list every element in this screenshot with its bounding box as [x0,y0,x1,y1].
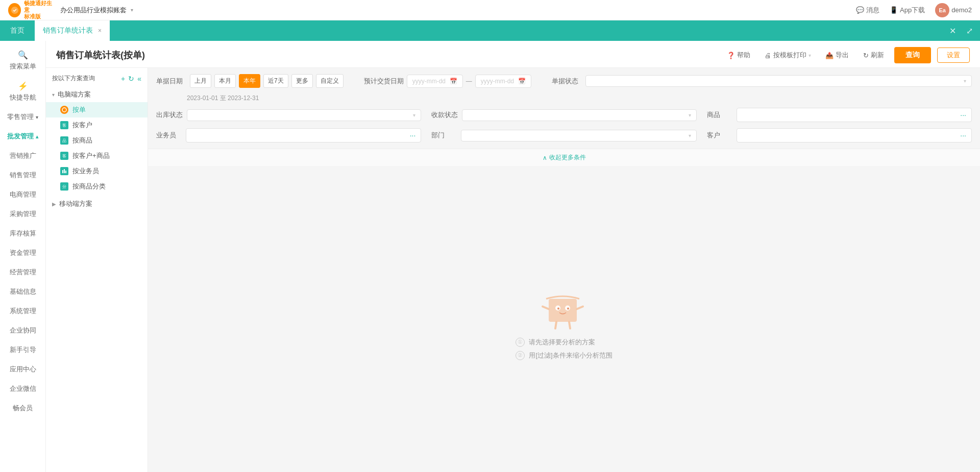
workspace-name: 办公用品行业模拟账套 [60,6,127,15]
message-action[interactable]: 💬 消息 [856,6,879,15]
scheme-add-button[interactable]: + [121,75,125,83]
window-close-icon[interactable]: ✕ [946,25,959,37]
scheme-item-by-category[interactable]: 分 按商品分类 [46,179,148,194]
scheme-item-by-cust-goods[interactable]: 客 按客户+商品 [46,148,148,163]
salesperson-more-dots[interactable]: ··· [410,131,416,139]
date-btn-custom[interactable]: 自定义 [316,74,344,88]
goods-input[interactable]: ··· [737,108,972,122]
department-select[interactable]: ▾ [461,130,696,141]
ship-status-cell: 出库状态 ▾ [156,108,421,122]
chevron-down-icon: ▾ [36,114,38,120]
scheme-item-by-salesperson[interactable]: 按业务员 [46,163,148,179]
sidebar-item-corp[interactable]: 企业协同 [0,321,45,340]
payment-status-select[interactable]: ▾ [462,109,696,121]
date-btn-last-month[interactable]: 上月 [190,74,211,88]
print-icon: 🖨 [765,52,771,59]
tab-bar: 首页 销售订单统计表 × ✕ ⤢ [0,20,980,41]
hint-2-num: ② [516,351,525,360]
order-status-select[interactable]: ▾ [585,75,972,87]
query-button[interactable]: 查询 [894,47,931,63]
message-icon: 💬 [856,6,864,14]
sidebar-item-basic[interactable]: 基础信息 [0,282,45,301]
sidebar: 🔍 搜索菜单 ⚡ 快捷导航 零售管理 ▾ 批发管理 ▴ 营销推广 销售管理 电商… [0,41,46,472]
filter-row-1: 单据日期 上月 本月 本年 近7天 更多 自定义 预计交货日期 [156,74,972,88]
ship-status-label: 出库状态 [156,110,183,120]
settings-button[interactable]: 设置 [937,48,970,63]
sidebar-item-appstore[interactable]: 应用中心 [0,360,45,379]
predicted-date-to[interactable]: yyyy-mm-dd 📅 [475,75,531,88]
sidebar-item-member[interactable]: 畅会员 [0,398,45,418]
sidebar-item-inventory[interactable]: 库存核算 [0,224,45,243]
sidebar-item-newbie[interactable]: 新手引导 [0,340,45,360]
print-button[interactable]: 🖨 按模板打印 ▾ [761,49,815,62]
sidebar-item-wechat[interactable]: 企业微信 [0,379,45,398]
salesperson-input[interactable]: ··· [186,128,421,143]
top-bar: 畅捷通好生意 标准版 办公用品行业模拟账套 ▾ 💬 消息 📱 App下载 Ea … [0,0,980,20]
refresh-button[interactable]: ↻ 刷新 [859,49,888,62]
sidebar-item-quick-nav[interactable]: ⚡ 快捷导航 [0,76,45,107]
sidebar-item-purchase[interactable]: 采购管理 [0,204,45,224]
section-expand-icon: ▾ [52,92,55,98]
scheme-item-by-customer[interactable]: 客 按客户 [46,117,148,133]
payment-status-label: 收款状态 [431,110,458,120]
workspace-chevron-icon[interactable]: ▾ [131,7,133,13]
svg-rect-4 [549,299,577,322]
pc-scheme-header[interactable]: ▾ 电脑端方案 [46,87,148,102]
scheme-item-icon-goods: 品 [60,136,68,145]
help-icon: ❓ [727,52,735,59]
scheme-item-icon-cust-goods: 客 [60,152,68,160]
tab-bar-right: ✕ ⤢ [946,25,980,37]
page-actions: ❓ 帮助 🖨 按模板打印 ▾ 📤 导出 ↻ 刷新 查询 设置 [723,47,970,63]
scheme-item-icon-salesperson [60,167,68,175]
date-btn-last-7[interactable]: 近7天 [263,74,288,88]
user-profile[interactable]: Ea demo2 [935,3,972,17]
filter-row-3: 业务员 ··· 部门 ▾ [156,128,972,143]
scheme-panel-header: 按以下方案查询 + ↻ « [46,72,148,85]
collapse-bar[interactable]: ∧ 收起更多条件 [148,149,980,166]
chevron-up-icon: ▴ [36,134,38,139]
goods-more-dots[interactable]: ··· [960,111,966,119]
date-range-display: 2023-01-01 至 2023-12-31 [187,94,972,103]
customer-more-dots[interactable]: ··· [960,131,966,139]
chevron-down-ship: ▾ [413,112,415,118]
predicted-delivery-label: 预计交货日期 [364,77,404,86]
tab-sales-order-stats[interactable]: 销售订单统计表 × [35,20,110,41]
salesperson-label: 业务员 [156,131,182,140]
tab-home[interactable]: 首页 [0,20,35,41]
calendar-icon-2: 📅 [518,78,526,85]
refresh-icon: ↻ [863,52,869,59]
date-btn-more[interactable]: 更多 [291,74,313,88]
sidebar-item-ops[interactable]: 经营管理 [0,263,45,282]
mobile-scheme-header[interactable]: ▶ 移动端方案 [46,196,148,211]
scheme-refresh-button[interactable]: ↻ [128,75,134,83]
scheme-collapse-button[interactable]: « [137,75,141,83]
ship-status-select[interactable]: ▾ [187,109,421,121]
date-btn-this-year[interactable]: 本年 [239,74,260,88]
sidebar-item-marketing[interactable]: 营销推广 [0,146,45,166]
sidebar-item-wholesale[interactable]: 批发管理 ▴ [0,127,45,146]
export-button[interactable]: 📤 导出 [821,49,853,62]
avatar: Ea [935,3,949,17]
sidebar-item-search[interactable]: 🔍 搜索菜单 [0,45,45,76]
customer-input[interactable]: ··· [737,128,972,143]
customer-cell: 客户 ··· [707,128,972,143]
mobile-section-arrow-icon: ▶ [52,201,56,207]
help-button[interactable]: ❓ 帮助 [723,49,754,62]
app-download-action[interactable]: 📱 App下载 [890,6,925,15]
scheme-item-icon [60,106,68,114]
window-expand-icon[interactable]: ⤢ [963,25,976,37]
inner-layout: 按以下方案查询 + ↻ « ▾ 电脑端方案 [46,68,980,472]
predicted-date-from[interactable]: yyyy-mm-dd 📅 [407,75,463,88]
tab-close-icon[interactable]: × [98,27,102,34]
scheme-item-by-order[interactable]: 按单 [46,102,148,117]
scheme-item-by-goods[interactable]: 品 按商品 [46,133,148,148]
sidebar-item-sales[interactable]: 销售管理 [0,166,45,185]
export-icon: 📤 [825,52,834,59]
sidebar-item-ecommerce[interactable]: 电商管理 [0,185,45,204]
sidebar-item-finance[interactable]: 资金管理 [0,243,45,263]
date-btn-this-month[interactable]: 本月 [214,74,236,88]
department-label: 部门 [431,131,457,140]
sidebar-item-system[interactable]: 系统管理 [0,301,45,321]
workspace-selector[interactable]: 办公用品行业模拟账套 ▾ [54,6,856,15]
sidebar-item-retail[interactable]: 零售管理 ▾ [0,107,45,127]
